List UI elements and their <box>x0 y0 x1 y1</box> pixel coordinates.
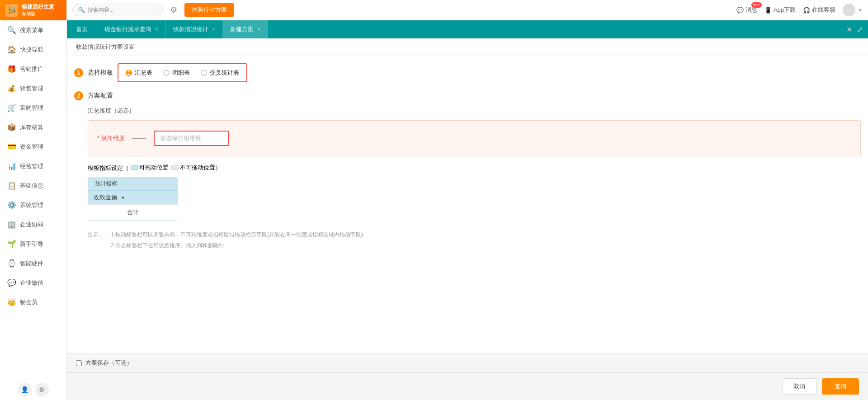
tab-close-bank-flow[interactable]: × <box>155 26 158 33</box>
legend-static-label: 不可拖动位置） <box>180 164 221 172</box>
dimension-dropdown[interactable]: 请选择分组维度 <box>154 131 229 146</box>
sidebar-item-finance[interactable]: 💳 资金管理 <box>0 137 66 156</box>
step2-label: 方案配置 <box>88 92 113 100</box>
tab-new-plan[interactable]: 新建方案 × <box>223 20 268 38</box>
content-area: 收款情况统计方案设置 1 选择模板 汇总表 <box>67 38 868 400</box>
sidebar-item-search-menu[interactable]: 🔍 搜索菜单 <box>0 20 66 40</box>
sprout-icon: 🌱 <box>7 240 15 248</box>
step1-header: 1 选择模板 汇总表 明细表 <box>74 63 861 82</box>
legend-draggable-box <box>131 165 138 170</box>
industry-solution-button[interactable]: 体验行业方案 <box>184 3 234 17</box>
step1-number: 1 <box>74 68 83 77</box>
tab-bar-right: ✕ ⤢ <box>846 25 868 34</box>
close-window-icon[interactable]: ✕ <box>846 25 852 34</box>
radio-detail[interactable]: 明细表 <box>163 69 190 77</box>
sidebar-item-quick-nav[interactable]: 🏠 快捷导航 <box>0 40 66 59</box>
metrics-table-header: 统计指标 <box>88 177 178 190</box>
user-avatar[interactable]: ▼ <box>843 4 863 16</box>
chart-icon: 📊 <box>7 162 15 170</box>
bottom-bar: 取消 查询 <box>67 372 868 400</box>
page-title: 收款情况统计方案设置 <box>76 43 135 50</box>
sidebar-item-smart-hw[interactable]: ⌚ 智能硬件 <box>0 254 66 273</box>
radio-cross-label: 交叉统计表 <box>210 69 239 77</box>
config-inner: 汇总维度（必选） * 纵向维度 —— 请选择分组维度 模 <box>74 107 861 251</box>
tab-bank-flow[interactable]: 现金银行流水查询 × <box>97 20 166 38</box>
metrics-table: 统计指标 收款金额 ▼ 合计 <box>88 177 178 221</box>
sidebar-item-member[interactable]: 👑 畅会员 <box>0 292 66 312</box>
metrics-label: 模板指标设定（ 可拖动位置 不可拖动位置） <box>88 164 221 172</box>
radio-summary-label: 汇总表 <box>135 69 152 77</box>
sidebar-item-wechat[interactable]: 💬 企业微信 <box>0 273 66 292</box>
main-area: 🔍 ⚙ 体验行业方案 💬 消息 99+ 📱 App下载 🎧 在线客服 ▼ <box>67 0 868 400</box>
sidebar-avatar-icon[interactable]: 👤 <box>18 383 32 396</box>
sidebar-item-purchase[interactable]: 🛒 采购管理 <box>0 98 66 118</box>
step2-header: 2 方案配置 <box>74 91 861 100</box>
tab-home[interactable]: 首页 <box>67 20 97 38</box>
cancel-button[interactable]: 取消 <box>782 378 816 395</box>
radio-summary[interactable]: 汇总表 <box>126 69 152 77</box>
logo-text: 畅捷通好生意 标准版 <box>22 3 54 17</box>
tips-section: 提示： 1.拖动标题栏可以调整布局，不可跨维度或指标区域拖动栏目字段(只能在同一… <box>88 229 861 251</box>
money-icon: 💰 <box>7 84 15 93</box>
sidebar-item-inventory[interactable]: 📦 库存核算 <box>0 118 66 137</box>
step2-section: 2 方案配置 汇总维度（必选） * 纵向维度 —— 请选择分组维度 <box>74 91 861 251</box>
col-dropdown-arrow: ▼ <box>121 195 125 200</box>
chevron-down-icon: ▼ <box>858 8 863 13</box>
sidebar-item-operations[interactable]: 📊 经营管理 <box>0 156 66 176</box>
tab-close-new-plan[interactable]: × <box>257 26 260 33</box>
arrow-icon: —— <box>132 134 146 142</box>
topbar: 🔍 ⚙ 体验行业方案 💬 消息 99+ 📱 App下载 🎧 在线客服 ▼ <box>67 0 868 20</box>
tip-1: 提示： 1.拖动标题栏可以调整布局，不可跨维度或指标区域拖动栏目字段(只能在同一… <box>88 229 861 240</box>
search-icon: 🔍 <box>7 26 15 34</box>
content-body: 1 选择模板 汇总表 明细表 <box>67 56 868 353</box>
box-icon: 📦 <box>7 123 15 132</box>
metrics-col-header[interactable]: 收款金额 ▼ <box>88 190 178 204</box>
search-icon-topbar: 🔍 <box>78 7 85 13</box>
template-selection-group: 汇总表 明细表 交叉统计表 <box>118 63 247 82</box>
save-section: 方案保存（可选） <box>67 353 868 372</box>
sidebar: 🐝 畅捷通好生意 标准版 🔍 搜索菜单 🏠 快捷导航 🎁 营销推广 💰 销售管理… <box>0 0 67 400</box>
sidebar-item-basic-info[interactable]: 📋 基础信息 <box>0 176 66 195</box>
settings-gear-icon[interactable]: ⚙ <box>170 5 177 15</box>
tab-close-collection-stats[interactable]: × <box>212 26 215 33</box>
query-button[interactable]: 查询 <box>822 378 859 395</box>
legend-static-box <box>171 165 179 170</box>
cart-icon: 🛒 <box>7 104 15 112</box>
tab-collection-stats[interactable]: 收款情况统计 × <box>166 20 223 38</box>
metrics-cell-total: 合计 <box>88 204 178 220</box>
sidebar-bottom: 👤 ⚙ <box>0 379 66 400</box>
metrics-header: 模板指标设定（ 可拖动位置 不可拖动位置） <box>88 164 861 172</box>
sidebar-item-enterprise[interactable]: 🏢 企业协同 <box>0 215 66 234</box>
radio-detail-label: 明细表 <box>172 69 190 77</box>
maximize-icon[interactable]: ⤢ <box>857 25 863 34</box>
building-icon: 🏢 <box>7 220 15 229</box>
page-header: 收款情况统计方案设置 <box>67 38 868 56</box>
chat-icon: 💬 <box>7 278 15 287</box>
sidebar-settings-icon[interactable]: ⚙ <box>35 383 49 396</box>
legend-draggable-label: 可拖动位置 <box>139 164 169 172</box>
search-input[interactable] <box>88 7 157 13</box>
sidebar-item-sales[interactable]: 💰 销售管理 <box>0 79 66 98</box>
logo-icon: 🐝 <box>5 4 18 17</box>
gift-icon: 🎁 <box>7 65 15 73</box>
dimension-section-label: 汇总维度（必选） <box>88 107 861 115</box>
radio-summary-circle <box>126 70 132 76</box>
radio-cross-circle <box>201 70 207 76</box>
tip-prefix: 提示： <box>88 231 109 238</box>
search-bar[interactable]: 🔍 <box>72 4 163 16</box>
home-icon: 🏠 <box>7 45 15 54</box>
tab-bar: 首页 现金银行流水查询 × 收款情况统计 × 新建方案 × ✕ ⤢ <box>67 20 868 38</box>
notification-button[interactable]: 💬 消息 99+ <box>736 6 757 14</box>
save-label: 方案保存（可选） <box>85 359 132 367</box>
radio-detail-circle <box>163 70 170 76</box>
radio-cross[interactable]: 交叉统计表 <box>201 69 239 77</box>
card-icon: 💳 <box>7 142 15 151</box>
step1-label: 选择模板 <box>88 69 113 77</box>
save-checkbox[interactable] <box>76 360 82 366</box>
dimension-row: * 纵向维度 —— 请选择分组维度 <box>97 131 229 146</box>
online-support-button[interactable]: 🎧 在线客服 <box>803 6 835 14</box>
app-download-button[interactable]: 📱 App下载 <box>764 6 796 14</box>
sidebar-item-marketing[interactable]: 🎁 营销推广 <box>0 59 66 79</box>
sidebar-item-system[interactable]: ⚙️ 系统管理 <box>0 195 66 215</box>
sidebar-item-guide[interactable]: 🌱 新手引导 <box>0 234 66 254</box>
